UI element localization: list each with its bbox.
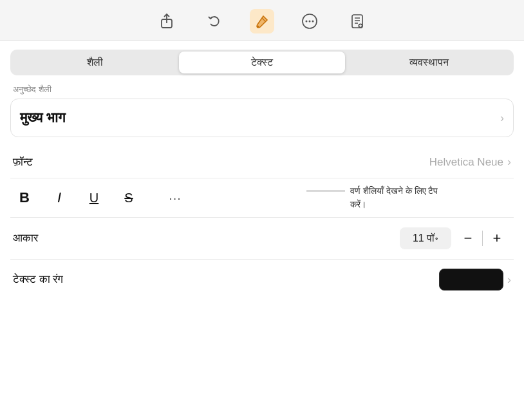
bold-button[interactable]: B bbox=[13, 186, 36, 209]
size-row: आकार 11 पॉ॰ − + bbox=[10, 218, 514, 260]
toolbar bbox=[0, 0, 524, 41]
paragraph-chevron-icon: › bbox=[500, 111, 504, 125]
size-controls: 11 पॉ॰ − + bbox=[400, 227, 511, 250]
svg-point-5 bbox=[306, 21, 308, 23]
underline-button[interactable]: U bbox=[82, 186, 106, 209]
font-value: Helvetica Neue bbox=[429, 156, 503, 169]
brush-icon[interactable] bbox=[250, 9, 274, 33]
strikethrough-button[interactable]: S bbox=[117, 186, 140, 209]
undo-icon[interactable] bbox=[202, 9, 227, 33]
size-label: आकार bbox=[13, 232, 38, 245]
tab-arrange[interactable]: व्यवस्थापन bbox=[346, 52, 512, 73]
color-chevron-icon: › bbox=[507, 273, 511, 287]
share-icon[interactable] bbox=[154, 9, 179, 33]
text-color-row[interactable]: टेक्स्ट का रंग › bbox=[10, 260, 514, 300]
size-value: 11 पॉ॰ bbox=[400, 227, 451, 249]
font-row[interactable]: फ़ॉन्ट Helvetica Neue › bbox=[10, 146, 514, 178]
tab-text[interactable]: टेक्स्ट bbox=[179, 52, 344, 73]
color-swatch-group: › bbox=[439, 269, 511, 291]
format-panel: अनुच्छेद शैली मुख्य भाग › फ़ॉन्ट Helveti… bbox=[0, 84, 524, 300]
size-decrease-button[interactable]: − bbox=[454, 227, 482, 250]
text-style-row: B I U S ··· वर्ण शैलियाँ देखने के लिए टै… bbox=[10, 178, 514, 218]
font-value-group: Helvetica Neue › bbox=[429, 155, 511, 169]
svg-point-6 bbox=[309, 21, 311, 23]
more-dots-icon[interactable] bbox=[297, 9, 322, 33]
svg-point-7 bbox=[312, 21, 314, 23]
doc-icon[interactable] bbox=[345, 9, 370, 33]
text-color-label: टेक्स्ट का रंग bbox=[13, 273, 63, 286]
svg-point-3 bbox=[257, 26, 259, 28]
italic-button[interactable]: I bbox=[48, 186, 71, 209]
paragraph-style-value: मुख्य भाग bbox=[20, 110, 65, 126]
font-chevron-icon: › bbox=[507, 155, 511, 169]
tab-style[interactable]: शैली bbox=[12, 52, 178, 73]
callout-text: वर्ण शैलियाँ देखने के लिए टैप करें। bbox=[350, 184, 453, 211]
paragraph-style-row[interactable]: मुख्य भाग › bbox=[10, 99, 514, 137]
segment-control: शैली टेक्स्ट व्यवस्थापन bbox=[10, 50, 514, 75]
paragraph-style-label: अनुच्छेद शैली bbox=[13, 84, 514, 95]
more-styles-button[interactable]: ··· bbox=[164, 186, 187, 209]
color-swatch[interactable] bbox=[439, 269, 503, 291]
font-label: फ़ॉन्ट bbox=[13, 156, 33, 169]
size-increase-button[interactable]: + bbox=[483, 227, 511, 250]
